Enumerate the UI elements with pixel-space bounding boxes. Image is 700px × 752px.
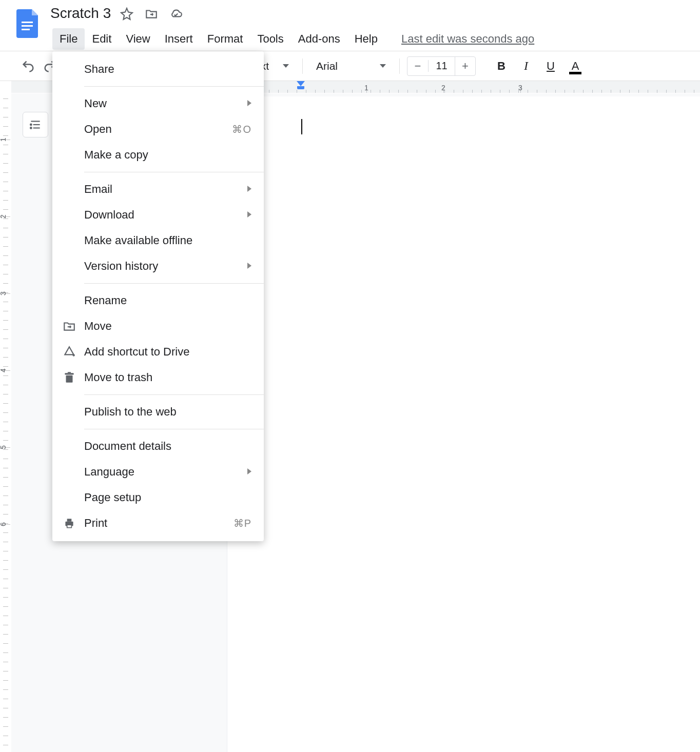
trash-icon [63, 371, 76, 384]
submenu-arrow-icon [247, 262, 251, 270]
menu-separator [84, 394, 264, 395]
last-edit-link[interactable]: Last edit was seconds ago [401, 32, 534, 46]
svg-rect-15 [67, 525, 72, 527]
svg-rect-11 [65, 373, 73, 374]
document-title[interactable]: Scratch 3 [50, 5, 111, 22]
menu-language[interactable]: Language [52, 459, 264, 485]
star-icon[interactable] [120, 7, 133, 21]
ruler-corner [0, 81, 11, 93]
svg-rect-1 [22, 25, 33, 27]
print-icon [63, 517, 76, 530]
menu-add-shortcut[interactable]: Add shortcut to Drive [52, 339, 264, 365]
menu-download[interactable]: Download [52, 202, 264, 228]
menu-separator [84, 86, 264, 87]
menu-new[interactable]: New [52, 91, 264, 116]
menu-version-history[interactable]: Version history [52, 253, 264, 279]
menu-help[interactable]: Help [347, 28, 385, 50]
menu-tools[interactable]: Tools [250, 28, 290, 50]
vruler-number: 3 [0, 291, 7, 295]
menu-offline[interactable]: Make available offline [52, 228, 264, 253]
text-cursor [301, 119, 302, 134]
file-menu-dropdown: Share New Open ⌘O Make a copy Email Down… [52, 51, 264, 541]
submenu-arrow-icon [247, 100, 251, 108]
menu-edit[interactable]: Edit [85, 28, 119, 50]
menu-make-copy[interactable]: Make a copy [52, 142, 264, 168]
ruler-number: 2 [441, 84, 445, 92]
italic-button[interactable]: I [516, 56, 536, 76]
undo-button[interactable] [20, 57, 37, 75]
menu-separator [84, 283, 264, 284]
svg-rect-12 [68, 372, 71, 373]
menu-separator [84, 172, 264, 172]
shortcut-label: ⌘O [232, 123, 251, 135]
menu-insert[interactable]: Insert [158, 28, 200, 50]
menu-separator [84, 429, 264, 429]
chevron-down-icon [283, 64, 289, 68]
vruler-number: 5 [0, 445, 7, 449]
svg-rect-10 [66, 375, 73, 383]
ruler-number: 3 [518, 84, 522, 92]
bold-button[interactable]: B [491, 56, 512, 76]
vruler-number: 6 [0, 522, 7, 526]
ruler-number: 1 [364, 84, 368, 92]
submenu-arrow-icon [247, 468, 251, 476]
toolbar-separator [302, 58, 303, 74]
text-color-button[interactable]: A [565, 56, 586, 76]
font-size-control: − 11 + [407, 56, 476, 76]
move-to-folder-icon[interactable] [145, 7, 158, 21]
vruler-number: 2 [0, 214, 7, 219]
underline-button[interactable]: U [540, 56, 561, 76]
font-size-increase-button[interactable]: + [455, 57, 475, 75]
cloud-status-icon[interactable] [169, 7, 183, 21]
shortcut-label: ⌘P [234, 517, 251, 529]
menu-page-setup[interactable]: Page setup [52, 485, 264, 510]
menu-view[interactable]: View [119, 28, 157, 50]
menu-move[interactable]: Move [52, 313, 264, 339]
document-page[interactable] [227, 96, 700, 752]
menu-publish[interactable]: Publish to the web [52, 399, 264, 425]
menu-open[interactable]: Open ⌘O [52, 116, 264, 142]
menu-rename[interactable]: Rename [52, 288, 264, 313]
folder-move-icon [63, 320, 76, 333]
menu-file[interactable]: File [52, 28, 85, 50]
font-family-label: Arial [316, 60, 338, 72]
font-size-value[interactable]: 11 [428, 60, 455, 72]
outline-toggle-button[interactable] [23, 112, 48, 137]
svg-point-7 [30, 127, 32, 129]
drive-shortcut-icon [63, 345, 76, 359]
svg-point-6 [30, 124, 32, 126]
vertical-ruler[interactable]: 123456 [0, 93, 11, 752]
menu-share[interactable]: Share [52, 56, 264, 82]
menu-document-details[interactable]: Document details [52, 433, 264, 459]
menu-email[interactable]: Email [52, 176, 264, 202]
indent-marker-bar[interactable] [297, 86, 304, 89]
svg-rect-0 [22, 22, 33, 23]
svg-rect-2 [22, 29, 30, 30]
docs-logo-icon[interactable] [15, 7, 41, 38]
chevron-down-icon [380, 64, 386, 68]
toolbar-separator [399, 58, 400, 74]
menu-print[interactable]: Print ⌘P [52, 510, 264, 536]
menu-addons[interactable]: Add-ons [291, 28, 347, 50]
font-family-dropdown[interactable]: Arial [310, 56, 392, 76]
submenu-arrow-icon [247, 185, 251, 193]
submenu-arrow-icon [247, 211, 251, 219]
vruler-number: 1 [0, 137, 7, 142]
indent-marker-icon[interactable] [297, 81, 305, 86]
svg-rect-14 [67, 519, 72, 521]
vruler-number: 4 [0, 368, 7, 372]
font-size-decrease-button[interactable]: − [407, 57, 428, 75]
menu-trash[interactable]: Move to trash [52, 365, 264, 390]
menu-format[interactable]: Format [200, 28, 250, 50]
